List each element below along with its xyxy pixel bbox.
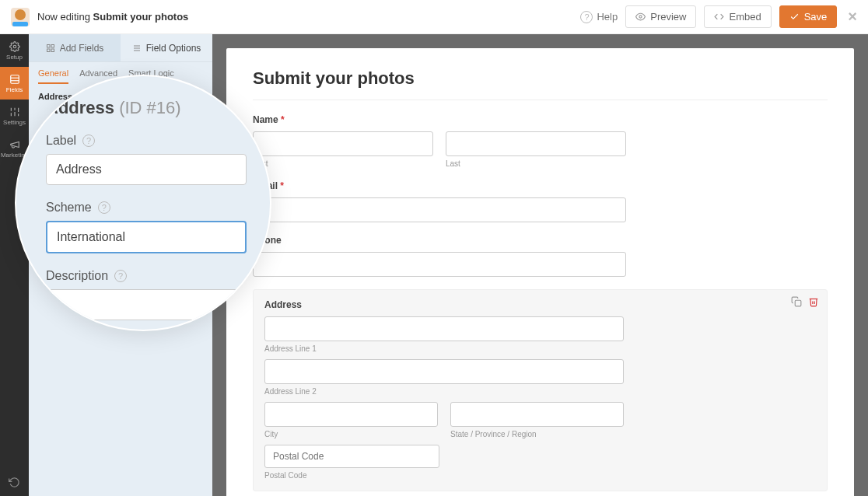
- city-input[interactable]: [264, 402, 438, 427]
- form-card: Submit your photos Name * First Last Ema…: [226, 48, 854, 496]
- address-label: Address: [264, 299, 816, 310]
- rail-history[interactable]: [0, 468, 29, 496]
- first-name-input[interactable]: [253, 131, 433, 156]
- phone-label: Phone: [253, 235, 828, 246]
- embed-button[interactable]: Embed: [704, 5, 771, 28]
- help-icon[interactable]: ?: [98, 201, 110, 214]
- last-sublabel: Last: [446, 159, 626, 168]
- sliders-icon: [9, 107, 20, 117]
- help-icon[interactable]: ?: [82, 134, 95, 147]
- zoom-lens: Address (ID #16) Label ? Scheme ? Descri…: [15, 75, 271, 331]
- topbar: Now editing Submit your photos ? Help Pr…: [0, 0, 868, 34]
- last-name-input[interactable]: [446, 131, 626, 156]
- postal-sublabel: Postal Code: [264, 471, 816, 480]
- save-button[interactable]: Save: [779, 5, 838, 28]
- check-icon: [789, 12, 800, 22]
- email-label: Email *: [253, 180, 828, 191]
- close-button[interactable]: ×: [848, 8, 857, 26]
- grid-icon: [46, 44, 55, 53]
- svg-point-0: [639, 16, 642, 18]
- help-link[interactable]: ? Help: [580, 11, 618, 23]
- addr2-sublabel: Address Line 2: [264, 387, 816, 396]
- address-line2-input[interactable]: [264, 359, 624, 384]
- help-icon: ?: [580, 11, 593, 23]
- code-icon: [714, 12, 724, 22]
- tab-field-options[interactable]: Field Options: [121, 34, 212, 62]
- email-input[interactable]: [253, 197, 626, 222]
- app-logo: [11, 8, 30, 26]
- editing-label: Now editing Submit your photos: [37, 11, 188, 23]
- fields-icon: [9, 74, 20, 85]
- rail-nav: Setup Fields Settings Marketing: [0, 34, 29, 496]
- address-field-block[interactable]: Address Address Line 1 Address Line 2 Ci…: [253, 289, 828, 491]
- phone-input[interactable]: [253, 252, 626, 277]
- scheme-select[interactable]: [46, 221, 247, 253]
- megaphone-icon: [9, 139, 20, 150]
- rail-fields[interactable]: Fields: [0, 67, 29, 100]
- rail-setup[interactable]: Setup: [0, 34, 29, 67]
- address-line1-input[interactable]: [264, 316, 624, 341]
- history-icon: [9, 477, 20, 488]
- trash-icon[interactable]: [808, 296, 819, 307]
- field-options-title: Address (ID #16): [46, 98, 247, 118]
- svg-rect-11: [47, 44, 50, 47]
- svg-point-1: [13, 45, 16, 48]
- state-input[interactable]: [450, 402, 624, 427]
- help-icon[interactable]: ?: [114, 270, 127, 282]
- svg-rect-12: [51, 44, 54, 47]
- form-canvas: Submit your photos Name * First Last Ema…: [212, 34, 868, 496]
- description-row: Description ?: [46, 269, 247, 283]
- name-label: Name *: [253, 114, 828, 125]
- city-sublabel: City: [264, 430, 438, 438]
- preview-button[interactable]: Preview: [625, 5, 696, 28]
- svg-rect-18: [795, 300, 801, 306]
- gear-icon: [9, 41, 20, 52]
- svg-rect-14: [47, 49, 50, 52]
- addr1-sublabel: Address Line 1: [264, 344, 816, 353]
- duplicate-icon[interactable]: [791, 296, 802, 307]
- scheme-row: Scheme ?: [46, 201, 247, 215]
- subtab-general[interactable]: General: [38, 68, 68, 84]
- label-input[interactable]: [46, 154, 247, 185]
- sliders-icon: [132, 44, 142, 53]
- svg-rect-13: [51, 49, 54, 52]
- postal-input[interactable]: [264, 445, 439, 468]
- state-sublabel: State / Province / Region: [450, 430, 624, 438]
- label-row: Label ?: [46, 134, 247, 148]
- first-sublabel: First: [253, 159, 433, 168]
- eye-icon: [635, 12, 646, 22]
- sidebar: Add Fields Field Options General Advance…: [29, 34, 212, 496]
- rail-settings[interactable]: Settings: [0, 100, 29, 132]
- form-title[interactable]: Submit your photos: [253, 68, 828, 100]
- tab-add-fields[interactable]: Add Fields: [29, 34, 121, 62]
- svg-rect-2: [10, 75, 19, 83]
